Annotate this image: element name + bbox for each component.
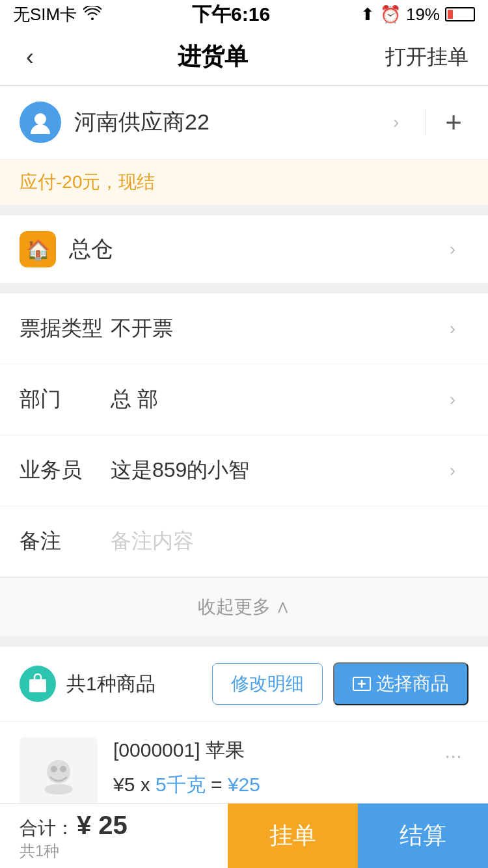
total-price: ¥25 [228,774,260,795]
supplier-row[interactable]: 河南供应商22 › + [0,86,488,159]
footer: 合计： ¥ 25 共1种 挂单 结算 [0,803,488,868]
battery-icon [445,7,475,21]
alarm-icon: ⏰ [380,5,401,25]
remark-label: 备注 [20,527,111,556]
products-icon [20,666,56,702]
dept-value: 总 部 [111,385,450,414]
remark-row[interactable]: 备注 备注内容 [0,506,488,577]
unit-price: ¥5 x [113,774,156,795]
product-more-button[interactable]: ··· [438,737,468,774]
wifi-icon [83,5,102,25]
nav-bar: ‹ 进货单 打开挂单 [0,29,488,86]
warehouse-row[interactable]: 🏠 总仓 › [0,215,488,283]
checkout-label: 结算 [400,820,446,852]
invoice-label: 票据类型 [20,314,111,343]
hang-button[interactable]: 挂单 [228,804,358,868]
back-button[interactable]: ‹ [20,37,40,77]
hang-label: 挂单 [269,820,316,852]
content: 河南供应商22 › + 应付-20元，现结 🏠 总仓 › 票据类型 不开票 › … [0,86,488,868]
supplier-card: 河南供应商22 › + 应付-20元，现结 [0,86,488,205]
status-bar: 无SIM卡 下午6:16 ⬆ ⏰ 19% [0,0,488,29]
notice-row: 应付-20元，现结 [0,159,488,205]
select-product-label: 选择商品 [376,671,449,696]
warehouse-card: 🏠 总仓 › [0,215,488,283]
product-info: [0000001] 苹果 ¥5 x 5千克 = ¥25 [113,737,438,798]
edit-detail-button[interactable]: 修改明细 [212,663,323,705]
carrier-text: 无SIM卡 [13,3,77,26]
notice-text: 应付-20元，现结 [20,172,155,192]
product-code: [0000001] [113,739,206,761]
status-bar-right: ⬆ ⏰ 19% [360,5,475,25]
total-sub: 共1种 [20,841,208,861]
checkout-button[interactable]: 结算 [358,804,488,868]
equals: = [206,774,228,795]
total-amount: ¥ 25 [77,811,128,840]
supplier-avatar [20,102,61,143]
quantity: 5千克 [156,774,206,795]
location-icon: ⬆ [360,5,375,25]
warehouse-icon: 🏠 [20,231,56,267]
open-hang-button[interactable]: 打开挂单 [385,43,468,72]
status-bar-left: 无SIM卡 [13,3,102,26]
staff-label: 业务员 [20,456,111,485]
warehouse-icon-symbol: 🏠 [26,238,50,261]
collapse-button[interactable]: 收起更多 ∧ [0,577,488,636]
product-price: ¥5 x 5千克 = ¥25 [113,772,438,798]
supplier-name: 河南供应商22 [74,107,393,137]
collapse-label: 收起更多 ∧ [198,597,291,617]
product-name: [0000001] 苹果 [113,737,438,764]
add-supplier-button[interactable]: + [439,106,468,139]
warehouse-name: 总仓 [69,234,450,264]
select-product-button[interactable]: 选择商品 [333,662,468,705]
invoice-row[interactable]: 票据类型 不开票 › [0,293,488,364]
invoice-chevron-icon: › [450,318,455,339]
staff-value: 这是859的小智 [111,456,450,485]
page-title: 进货单 [178,41,248,73]
svg-point-6 [60,766,66,772]
remark-input[interactable]: 备注内容 [111,527,468,556]
staff-chevron-icon: › [450,460,455,481]
dept-row[interactable]: 部门 总 部 › [0,364,488,435]
svg-rect-1 [29,679,46,692]
supplier-chevron-icon: › [393,112,399,133]
form-card: 票据类型 不开票 › 部门 总 部 › 业务员 这是859的小智 › 备注 备注… [0,293,488,636]
products-count: 共1种商品 [66,671,212,698]
dept-label: 部门 [20,385,111,414]
dept-chevron-icon: › [450,389,455,410]
svg-point-5 [51,766,57,772]
products-header: 共1种商品 修改明细 选择商品 [0,647,488,722]
warehouse-chevron-icon: › [450,239,455,260]
svg-point-3 [47,760,70,783]
divider [425,109,426,135]
svg-point-4 [44,784,73,794]
status-bar-time: 下午6:16 [192,1,270,28]
staff-row[interactable]: 业务员 这是859的小智 › [0,435,488,506]
svg-point-0 [34,113,46,125]
invoice-value: 不开票 [111,314,450,343]
product-title: 苹果 [206,739,245,761]
battery-percent: 19% [406,5,440,25]
footer-total: 合计： ¥ 25 共1种 [0,804,228,868]
total-label: 合计： [20,816,74,841]
